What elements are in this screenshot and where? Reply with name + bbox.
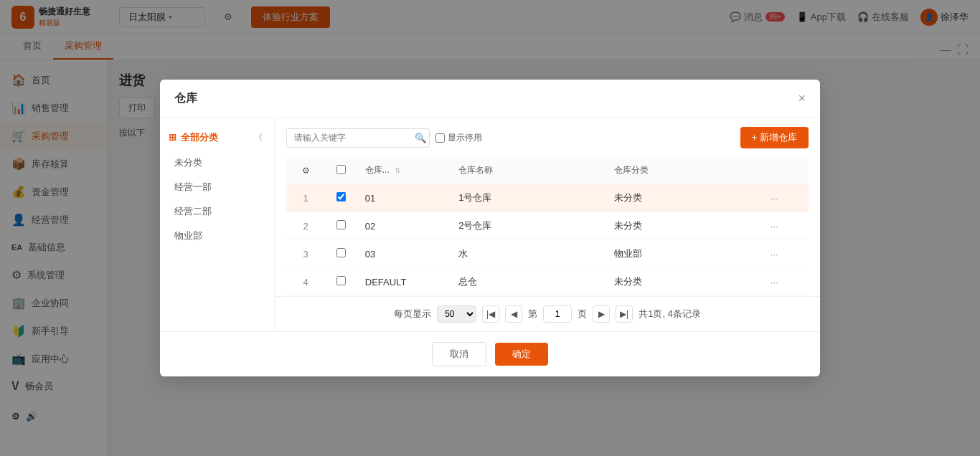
confirm-button[interactable]: 确定 (495, 343, 548, 366)
table-row[interactable]: 2 02 2号仓库 未分类 ··· (286, 212, 809, 240)
row-no: 2 (286, 212, 325, 240)
row-name: 1号仓库 (450, 184, 606, 212)
next-page-btn[interactable]: ▶ (593, 305, 610, 323)
last-page-btn[interactable]: ▶| (616, 305, 633, 323)
row-category: 未分类 (606, 212, 761, 240)
search-input[interactable] (287, 129, 409, 146)
row-category: 物业部 (606, 240, 761, 268)
page-size-select[interactable]: 50 100 (437, 305, 476, 323)
warehouse-modal: 仓库 × ⊞ 全部分类 《 未分类 经营一部 经营二部 物业部 (160, 80, 820, 376)
page-label: 第 (528, 308, 537, 320)
row-no: 3 (286, 240, 325, 268)
search-icon[interactable]: 🔍 (409, 129, 430, 147)
modal-main: 🔍 显示停用 + 新增仓库 ⚙ (275, 118, 820, 331)
table-row[interactable]: 1 01 1号仓库 未分类 ··· (286, 184, 809, 212)
cat-all-btn[interactable]: ⊞ 全部分类 (169, 131, 218, 144)
grid-icon: ⊞ (169, 132, 176, 143)
th-code[interactable]: 仓库... ⇅ (357, 157, 450, 184)
prev-page-btn[interactable]: ◀ (505, 305, 522, 323)
sort-icon: ⇅ (395, 166, 400, 174)
cat-item-property[interactable]: 物业部 (160, 224, 274, 248)
row-check[interactable] (325, 184, 356, 212)
row-name: 2号仓库 (450, 212, 606, 240)
modal-overlay: 仓库 × ⊞ 全部分类 《 未分类 经营一部 经营二部 物业部 (0, 0, 980, 456)
row-actions[interactable]: ··· (762, 212, 809, 240)
modal-header: 仓库 × (160, 80, 820, 118)
modal-pagination: 每页显示 50 100 |◀ ◀ 第 页 ▶ ▶| 共1页, 4条记录 (275, 296, 820, 331)
table-body: 1 01 1号仓库 未分类 ··· 2 02 2号仓库 未分类 ··· 3 03… (286, 184, 809, 296)
cat-item-unclassified[interactable]: 未分类 (160, 151, 274, 175)
row-code: 01 (357, 184, 450, 212)
cat-collapse-btn[interactable]: 《 (251, 130, 265, 145)
modal-title: 仓库 (174, 91, 197, 106)
row-check[interactable] (325, 268, 356, 296)
warehouse-table: ⚙ 仓库... ⇅ 仓库名称 (286, 157, 809, 296)
row-actions[interactable]: ··· (762, 184, 809, 212)
add-warehouse-btn[interactable]: + 新增仓库 (740, 127, 809, 148)
th-check (325, 157, 356, 184)
row-code: 02 (357, 212, 450, 240)
cat-header: ⊞ 全部分类 《 (160, 124, 274, 151)
th-name[interactable]: 仓库名称 (450, 157, 606, 184)
th-actions (762, 157, 809, 184)
search-box: 🔍 (286, 128, 430, 148)
row-category: 未分类 (606, 184, 761, 212)
row-name: 水 (450, 240, 606, 268)
row-name: 总仓 (450, 268, 606, 296)
page-size-label: 每页显示 (394, 308, 431, 320)
modal-footer: 取消 确定 (160, 331, 820, 376)
row-no: 4 (286, 268, 325, 296)
table-row[interactable]: 4 DEFAULT 总仓 未分类 ··· (286, 268, 809, 296)
show-disabled-checkbox[interactable] (435, 133, 445, 143)
show-disabled-label[interactable]: 显示停用 (435, 132, 482, 144)
cancel-button[interactable]: 取消 (432, 342, 486, 366)
row-check[interactable] (325, 240, 356, 268)
table-row[interactable]: 3 03 水 物业部 ··· (286, 240, 809, 268)
row-actions[interactable]: ··· (762, 240, 809, 268)
table-header-row: ⚙ 仓库... ⇅ 仓库名称 (286, 157, 809, 184)
total-label: 共1页, 4条记录 (639, 308, 701, 320)
row-actions[interactable]: ··· (762, 268, 809, 296)
cat-item-dept2[interactable]: 经营二部 (160, 199, 274, 224)
page-input[interactable] (543, 305, 572, 323)
th-gear[interactable]: ⚙ (286, 157, 325, 184)
row-code: 03 (357, 240, 450, 268)
cat-item-dept1[interactable]: 经营一部 (160, 175, 274, 199)
row-category: 未分类 (606, 268, 761, 296)
warehouse-table-wrap: ⚙ 仓库... ⇅ 仓库名称 (275, 157, 820, 296)
select-all-checkbox[interactable] (336, 165, 346, 174)
row-code: DEFAULT (357, 268, 450, 296)
modal-body: ⊞ 全部分类 《 未分类 经营一部 经营二部 物业部 🔍 (160, 118, 820, 331)
page-unit: 页 (578, 308, 587, 320)
th-category[interactable]: 仓库分类 (606, 157, 761, 184)
modal-toolbar-left: 🔍 显示停用 (286, 128, 482, 148)
row-check[interactable] (325, 212, 356, 240)
first-page-btn[interactable]: |◀ (482, 305, 499, 323)
modal-toolbar: 🔍 显示停用 + 新增仓库 (275, 118, 820, 157)
close-icon[interactable]: × (798, 91, 806, 106)
row-no: 1 (286, 184, 325, 212)
category-sidebar: ⊞ 全部分类 《 未分类 经营一部 经营二部 物业部 (160, 118, 275, 331)
